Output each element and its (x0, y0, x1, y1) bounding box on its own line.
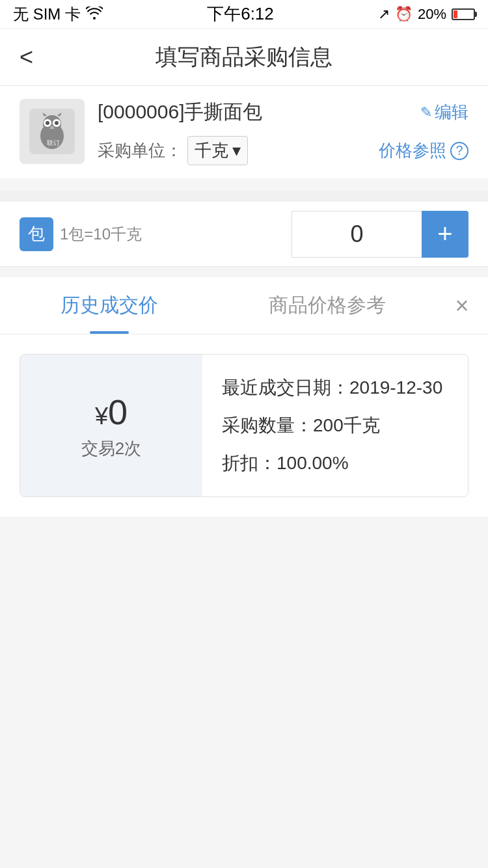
alarm-icon: ⏰ (395, 6, 413, 23)
product-name: [0000006]手撕面包 (98, 99, 262, 126)
status-bar: 无 SIM 卡 下午6:12 ↗ ⏰ 20% (0, 0, 488, 29)
quantity-plus-button[interactable]: + (422, 211, 468, 258)
status-right-icons: ↗ ⏰ 20% (378, 6, 475, 23)
price-ref-button[interactable]: 价格参照 ? (379, 139, 468, 162)
section-divider (0, 191, 488, 202)
page-title: 填写商品采购信息 (156, 42, 332, 72)
unit-select[interactable]: 千克 ▾ (187, 136, 248, 165)
page-header: < 填写商品采购信息 (0, 29, 488, 86)
tab-history-price[interactable]: 历史成交价 (0, 277, 218, 334)
status-time: 下午6:12 (207, 3, 274, 25)
svg-text:联订: 联订 (47, 139, 60, 146)
edit-icon: ✎ (420, 104, 432, 121)
recent-date-line: 最近成交日期：2019-12-30 (222, 374, 448, 401)
discount-label: 折扣： (222, 453, 277, 473)
price-ref-label: 价格参照 (379, 139, 446, 162)
unit-label: 采购单位： (98, 139, 182, 162)
price-value: 0 (108, 392, 128, 431)
svg-point-5 (46, 121, 49, 125)
quantity-input-group: + (291, 211, 468, 258)
battery-percent: 20% (418, 6, 446, 23)
purchase-qty-label: 采购数量： (222, 415, 313, 435)
price-symbol: ¥ (95, 403, 108, 429)
edit-button[interactable]: ✎ 编辑 (420, 101, 468, 124)
tabs-header: 历史成交价 商品价格参考 × (0, 277, 488, 334)
wifi-icon (86, 5, 103, 23)
product-image: 联订 (20, 99, 85, 164)
unit-dropdown-icon: ▾ (232, 141, 241, 161)
product-section: 联订 [0000006]手撕面包 ✎ 编辑 采购单位： 千克 ▾ (0, 86, 488, 178)
unit-box: 包 (20, 217, 53, 251)
carrier-text: 无 SIM 卡 (13, 4, 81, 25)
quantity-input[interactable] (291, 211, 422, 258)
tabs-section: 历史成交价 商品价格参考 × ¥0 交易2次 最近成交日期：2019-12-30… (0, 277, 488, 517)
gps-icon: ↗ (378, 6, 390, 23)
price-display: ¥0 (95, 392, 128, 432)
card-detail-panel: 最近成交日期：2019-12-30 采购数量：200千克 折扣：100.00% (202, 355, 468, 496)
tab-content-history: ¥0 交易2次 最近成交日期：2019-12-30 采购数量：200千克 折扣：… (0, 334, 488, 517)
purchase-qty-value: 200千克 (313, 415, 380, 435)
recent-date-value: 2019-12-30 (349, 377, 442, 398)
help-icon: ? (450, 142, 468, 160)
discount-line: 折扣：100.00% (222, 450, 448, 477)
product-logo-icon: 联订 (29, 109, 75, 154)
battery-icon (452, 8, 475, 20)
recent-date-label: 最近成交日期： (222, 377, 349, 398)
edit-label: 编辑 (435, 101, 468, 124)
tab-product-price-ref-label: 商品价格参考 (269, 292, 386, 319)
discount-value: 100.00% (277, 453, 349, 473)
product-info: [0000006]手撕面包 ✎ 编辑 采购单位： 千克 ▾ 价格参照 ? (98, 99, 468, 165)
tab-product-price-ref[interactable]: 商品价格参考 (218, 277, 436, 334)
card-price-panel: ¥0 交易2次 (20, 355, 202, 496)
unit-value: 千克 (195, 139, 228, 162)
svg-point-6 (55, 121, 59, 125)
tabs-close-button[interactable]: × (436, 277, 488, 334)
unit-conversion: 1包=10千克 (60, 224, 142, 245)
quantity-section: 包 1包=10千克 + (0, 202, 488, 267)
main-content-area (0, 517, 488, 868)
status-carrier: 无 SIM 卡 (13, 4, 103, 25)
tab-history-price-label: 历史成交价 (61, 292, 158, 319)
purchase-qty-line: 采购数量：200千克 (222, 412, 448, 439)
back-button[interactable]: < (20, 44, 52, 71)
history-card: ¥0 交易2次 最近成交日期：2019-12-30 采购数量：200千克 折扣：… (20, 354, 468, 497)
trade-count: 交易2次 (81, 437, 141, 460)
